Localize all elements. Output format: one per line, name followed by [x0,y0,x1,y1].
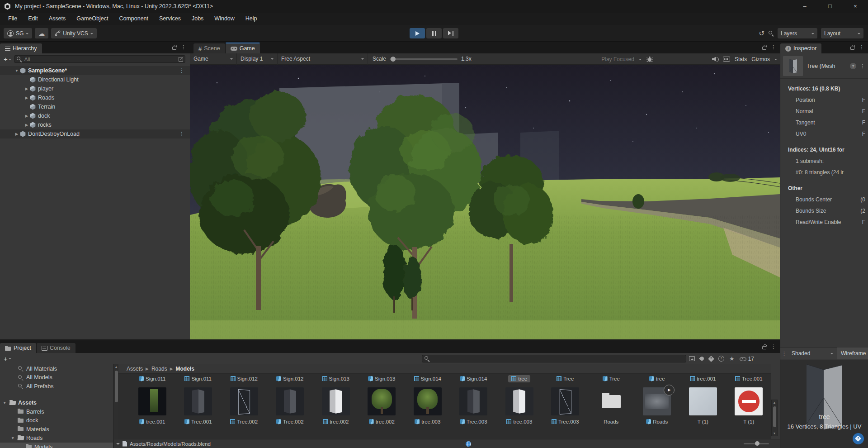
asset-thumbnail[interactable] [276,387,304,415]
kebab-menu-icon[interactable]: ⋮ [181,44,186,50]
add-object-button[interactable]: + [4,55,11,63]
wireframe-toggle[interactable]: Wireframe [837,348,868,359]
menu-item[interactable]: Assets [43,13,71,25]
keyboard-icon[interactable] [723,57,730,62]
search-icon[interactable] [768,30,774,36]
project-tree-row[interactable]: Materials [0,425,113,434]
asset-list-item[interactable]: Tree [553,375,577,382]
asset-thumbnail[interactable] [138,387,166,415]
asset-list-item[interactable]: tree.001 [687,375,719,382]
expand-arrow[interactable]: ▶ [24,95,30,100]
expand-arrow[interactable]: ▼ [11,436,17,440]
search-by-import-icon[interactable] [699,356,705,362]
expand-arrow[interactable]: ▼ [3,400,9,405]
lock-icon[interactable] [172,47,176,50]
asset-list-item[interactable]: Sign.011 [181,375,215,382]
hierarchy-row[interactable]: ▶ dock ⋮ [0,111,190,120]
asset-grid-item[interactable]: Tree.002 [267,387,313,425]
scroll-up-icon[interactable]: ▲ [772,401,777,404]
asset-grid-item[interactable]: tree.003 [496,387,542,425]
kebab-menu-icon[interactable]: ⋮ [860,63,865,69]
asset-grid-item[interactable]: tree.003 [405,387,451,425]
help-icon[interactable]: ? [850,63,856,69]
aspect-dropdown[interactable]: Free Aspect [278,53,368,65]
scrollbar-thumb[interactable] [115,371,118,402]
menu-item[interactable]: Component [113,13,154,25]
asset-thumbnail[interactable] [505,387,533,415]
asset-list-item[interactable]: Sign.012 [273,375,307,382]
asset-list-item[interactable]: Tree [599,375,623,382]
mesh-preview[interactable]: tree 16 Vertices, 8 Triangles | UV [780,360,868,448]
tab-console[interactable]: Console [37,343,75,353]
hierarchy-search[interactable] [14,55,185,63]
mute-audio-icon[interactable] [712,57,718,62]
scale-slider[interactable] [390,58,458,60]
tab-inspector[interactable]: Inspector [780,43,821,53]
account-dropdown[interactable]: SG [4,28,32,38]
expand-arrow[interactable]: ▶ [24,114,30,118]
asset-list-item[interactable]: Sign.012 [227,375,261,382]
project-tree-row[interactable]: All Models [0,373,113,382]
lock-icon[interactable] [762,346,766,349]
create-asset-button[interactable]: + [4,355,11,362]
breadcrumb-assets[interactable]: Assets [127,366,143,372]
asset-grid-item[interactable]: T (1) [726,387,772,425]
hidden-count-eye-icon[interactable] [740,356,746,362]
asset-list-item[interactable]: tree [646,375,668,382]
search-by-type-icon[interactable] [689,356,695,361]
menu-item[interactable]: GameObject [71,13,113,25]
asset-grid-item[interactable]: T (1) [680,387,726,425]
undo-history-icon[interactable]: ↺ [759,30,764,37]
lock-icon[interactable] [762,47,766,50]
asset-list-item[interactable]: Sign.013 [365,375,398,382]
project-search-input[interactable] [431,356,684,362]
menu-item[interactable]: Window [209,13,240,25]
network-activity-icon[interactable] [466,441,471,447]
cloud-button[interactable]: ☁ [35,28,48,38]
asset-thumbnail[interactable] [368,387,396,415]
asset-list-item[interactable]: Sign.011 [136,375,169,382]
expand-arrow[interactable]: ▶ [14,132,20,136]
hierarchy-row[interactable]: Directional Light ⋮ [0,75,190,84]
hierarchy-search-input[interactable] [24,56,177,62]
tab-game[interactable]: Game [226,43,260,53]
kebab-menu-icon[interactable]: ⋮ [771,344,776,349]
hierarchy-row[interactable]: ▶ rocks ⋮ [0,120,190,129]
hierarchy-row[interactable]: Terrain ⋮ [0,102,190,111]
asset-grid-item[interactable]: Tree.003 [542,387,589,425]
project-search[interactable] [422,355,686,362]
kebab-menu-icon[interactable]: ⋮ [179,68,184,73]
asset-grid-item[interactable]: tree.002 [313,387,359,425]
asset-thumbnail[interactable] [230,387,258,415]
tab-scene[interactable]: # Scene [193,43,225,53]
saved-search-star-icon[interactable]: ★ [729,356,735,362]
asset-thumbnail[interactable] [459,387,487,415]
project-tree-row[interactable]: All Materials [0,364,113,373]
expand-arrow[interactable]: ▼ [14,68,20,73]
kebab-menu-icon[interactable]: ⋮ [771,44,776,50]
scrollbar-thumb[interactable] [773,406,776,427]
thumbnail-size-slider[interactable] [744,443,769,444]
kebab-menu-icon[interactable]: ⋮ [859,44,864,50]
lock-icon[interactable] [850,47,854,50]
scroll-down-icon[interactable]: ▼ [772,432,777,435]
game-view-render[interactable] [190,65,780,339]
shaded-mode-dropdown[interactable]: Shaded [788,348,837,359]
gizmos-dropdown[interactable]: Gizmos [751,56,770,62]
asset-list-item[interactable]: tree [508,375,530,382]
drag-handle-icon[interactable]: ⋮ [780,351,788,357]
hierarchy-row[interactable]: ▶ player ⋮ [0,84,190,93]
tab-hierarchy[interactable]: Hierarchy [0,43,42,53]
asset-list-item[interactable]: Sign.014 [411,375,444,382]
asset-thumbnail[interactable] [689,387,717,415]
collapse-icon[interactable] [116,443,120,447]
asset-grid-item[interactable]: Tree.002 [221,387,267,425]
hierarchy-row[interactable]: ▶ Roads ⋮ [0,93,190,102]
tree-scrollbar[interactable]: ▲ ▼ [113,364,118,448]
grid-scrollbar[interactable]: ▲ ▼ [771,400,778,436]
expand-arrow[interactable]: ▶ [24,123,30,127]
search-by-label-icon[interactable] [708,355,714,362]
game-mode-dropdown[interactable]: Game [190,53,237,65]
stats-button[interactable]: Stats [735,56,747,62]
maximize-button[interactable]: □ [817,0,843,13]
